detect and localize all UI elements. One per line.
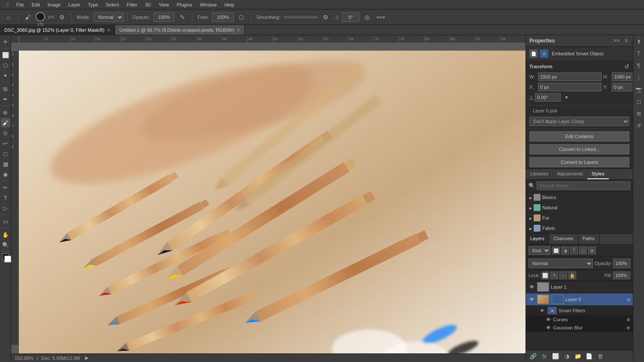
far-right-icon-2[interactable]: T — [634, 49, 644, 58]
opacity-input[interactable] — [153, 12, 175, 22]
menu-help[interactable]: Help — [221, 1, 238, 8]
smoothing-settings-icon[interactable]: ⚙ — [320, 11, 332, 23]
width-input[interactable] — [538, 72, 601, 81]
airbrush-icon[interactable]: ✎ — [176, 11, 188, 23]
category-fabric[interactable]: Fabric — [526, 223, 633, 233]
far-right-icon-1[interactable]: ⬆ — [634, 37, 644, 46]
far-right-icon-5[interactable]: 📷 — [634, 85, 644, 94]
quick-select-tool[interactable]: ✦ — [1, 71, 10, 80]
menu-filter[interactable]: Filter — [123, 1, 140, 8]
tab-close-2[interactable]: ✕ — [237, 28, 240, 33]
add-style-icon[interactable]: fx — [540, 352, 549, 361]
foreground-color[interactable] — [2, 253, 9, 260]
styles-search-input[interactable] — [537, 181, 630, 190]
lock-position-icon[interactable]: ✎ — [550, 272, 558, 279]
menu-3d[interactable]: 3D — [142, 1, 155, 8]
gaussian-blur-item[interactable]: 👁 Gaussian Blur ⚙ — [526, 324, 633, 332]
eyedropper-tool[interactable]: ✒ — [1, 94, 10, 104]
opacity-value-input[interactable] — [613, 259, 630, 268]
menu-layer[interactable]: Layer — [65, 1, 84, 8]
smart-filters-item[interactable]: 👁 ⊞ Smart Filters — [526, 306, 633, 316]
menu-view[interactable]: View — [155, 1, 173, 8]
menu-window[interactable]: Window — [197, 1, 220, 8]
adjustment-filter-icon[interactable]: ◑ — [561, 247, 569, 254]
gaussian-settings-icon[interactable]: ⚙ — [626, 326, 630, 330]
tab-untitled1[interactable]: Untitled-1 @ 66.7% (8.Delete-cropped-pix… — [115, 25, 245, 35]
shape-filter-icon[interactable]: ◻ — [579, 247, 587, 254]
symmetry-icon[interactable]: ⟺ — [375, 11, 387, 23]
smart-filters-visibility[interactable]: 👁 — [539, 307, 546, 314]
convert-to-layers-button[interactable]: Convert to Layers — [529, 157, 629, 167]
smoothing-bar[interactable] — [284, 16, 318, 18]
healing-brush-tool[interactable]: ⊕ — [1, 108, 10, 117]
flow-input[interactable] — [212, 12, 234, 22]
fill-input[interactable] — [613, 272, 630, 279]
pixel-filter-icon[interactable]: ⬜ — [552, 247, 560, 254]
new-group-icon[interactable]: 📁 — [573, 352, 583, 361]
menu-plugins[interactable]: Plugins — [173, 1, 195, 8]
menu-image[interactable]: Image — [44, 1, 64, 8]
curves-visibility[interactable]: 👁 — [545, 317, 551, 323]
far-right-icon-3[interactable]: ¶ — [634, 61, 644, 70]
far-right-icon-8[interactable]: ↺ — [634, 121, 644, 130]
history-brush-tool[interactable]: ↩ — [1, 139, 10, 148]
tab-close-1[interactable]: ✕ — [107, 28, 110, 33]
shape-tool[interactable]: ▭ — [1, 217, 10, 226]
new-layer-icon[interactable]: 📄 — [584, 352, 594, 361]
type-tool[interactable]: T — [1, 193, 10, 202]
lock-all-icon[interactable]: 🔒 — [568, 272, 576, 279]
type-filter-icon[interactable]: T — [570, 247, 578, 254]
curves-settings-icon[interactable]: ⚙ — [626, 317, 630, 322]
delete-layer-icon[interactable]: 🗑 — [595, 352, 605, 361]
properties-menu-btn[interactable]: ≡ — [623, 38, 629, 44]
canvas-image[interactable] — [19, 51, 526, 361]
far-right-icon-7[interactable]: ⊞ — [634, 109, 644, 118]
brush-tool[interactable]: 🖌 — [1, 118, 10, 127]
lasso-tool[interactable]: ⬡ — [1, 60, 10, 70]
menu-type[interactable]: Type — [85, 1, 102, 8]
menu-edit[interactable]: Edit — [28, 1, 43, 8]
hand-tool[interactable]: ✋ — [1, 230, 10, 239]
angle-input[interactable] — [342, 12, 359, 22]
tab-libraries[interactable]: Libraries — [526, 169, 553, 179]
flow-icon[interactable]: ⬡ — [235, 11, 247, 23]
home-icon[interactable]: ⌂ — [3, 11, 15, 23]
add-mask-icon[interactable]: ⬜ — [551, 352, 560, 361]
category-natural[interactable]: Natural — [526, 202, 633, 213]
background-color[interactable] — [4, 256, 11, 262]
layers-tab-paths[interactable]: Paths — [578, 234, 599, 244]
layer-0-visibility[interactable]: 👁 — [529, 296, 535, 303]
brush-settings-icon[interactable]: ⚙ — [56, 11, 68, 23]
pressure-icon[interactable]: ◎ — [361, 11, 373, 23]
layer-1-visibility[interactable]: 👁 — [529, 284, 535, 290]
pen-tool[interactable]: ✏ — [1, 183, 10, 192]
x-input[interactable] — [538, 83, 601, 91]
menu-select[interactable]: Select — [103, 1, 123, 8]
clone-stamp-tool[interactable]: ⊙ — [1, 128, 10, 138]
brush-size-circle[interactable] — [36, 12, 45, 21]
angle-dropdown[interactable]: ▼ — [564, 95, 569, 100]
category-basics[interactable]: Basics — [526, 192, 633, 202]
mode-select[interactable]: Normal — [94, 12, 124, 22]
menu-file[interactable]: File — [13, 1, 27, 8]
zoom-tool[interactable]: 🔍 — [1, 240, 10, 250]
eraser-tool[interactable]: ◻ — [1, 149, 10, 158]
status-arrow[interactable]: ▶ — [85, 355, 88, 361]
layer-item-0[interactable]: 👁 Layer 0 ⊞ — [526, 293, 633, 306]
marquee-tool[interactable]: ⬜ — [1, 50, 10, 60]
lock-artboard-icon[interactable]: ↔ — [559, 272, 567, 279]
tab-dsc3060[interactable]: DSC_3060.jpg @ 152% (Layer 0, Filter Mas… — [0, 25, 115, 35]
curves-filter-item[interactable]: 👁 Curves ⚙ — [526, 316, 633, 324]
tab-styles[interactable]: Styles — [587, 169, 609, 179]
layers-tab-channels[interactable]: Channels — [549, 234, 578, 244]
crop-tool[interactable]: ⊞ — [1, 84, 10, 94]
blend-mode-select[interactable]: Normal — [529, 259, 593, 268]
menu-ps[interactable]:  — [3, 1, 12, 8]
kind-select[interactable]: Kind — [529, 246, 550, 255]
gradient-tool[interactable]: ▦ — [1, 159, 10, 169]
properties-expand-btn[interactable]: >> — [612, 38, 621, 44]
link-layers-icon[interactable]: 🔗 — [529, 352, 538, 361]
far-right-icon-6[interactable]: ◻ — [634, 97, 644, 106]
move-tool[interactable]: ✛ — [1, 37, 10, 46]
layers-tab-layers[interactable]: Layers — [526, 234, 549, 244]
